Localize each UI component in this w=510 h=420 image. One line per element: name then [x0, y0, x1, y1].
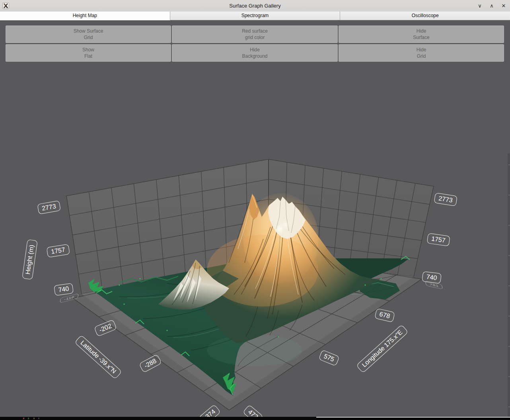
tab-bar: Height Map Spectrogram Oscilloscope — [0, 12, 510, 20]
surface-graph-gallery-window: { "window": { "title": "Surface Graph Ga… — [0, 0, 510, 420]
tab-oscilloscope[interactable]: Oscilloscope — [340, 12, 510, 20]
hide-surface-button[interactable]: Hide Surface — [339, 25, 504, 43]
tab-spectrogram[interactable]: Spectrogram — [170, 12, 341, 20]
hide-grid-button[interactable]: Hide Grid — [339, 44, 504, 62]
show-surface-grid-button[interactable]: Show Surface Grid — [6, 25, 171, 43]
surface-plot-canvas[interactable] — [0, 0, 510, 420]
red-surface-grid-color-button[interactable]: Red surface grid color — [172, 25, 338, 43]
chevron-down-icon[interactable]: ∨ — [477, 3, 483, 9]
window-title: Surface Graph Gallery — [0, 0, 510, 12]
chevron-up-icon[interactable]: ∧ — [489, 3, 495, 9]
title-bar[interactable]: Surface Graph Gallery ∨ ∧ ✕ — [0, 0, 510, 12]
bottom-screen-edge — [0, 417, 510, 420]
close-icon[interactable]: ✕ — [500, 3, 507, 9]
right-screen-edge[interactable] — [508, 153, 510, 417]
hide-background-button[interactable]: Hide Background — [172, 44, 338, 62]
tab-height-map[interactable]: Height Map — [0, 12, 170, 20]
show-flat-button[interactable]: Show Flat — [6, 44, 171, 62]
